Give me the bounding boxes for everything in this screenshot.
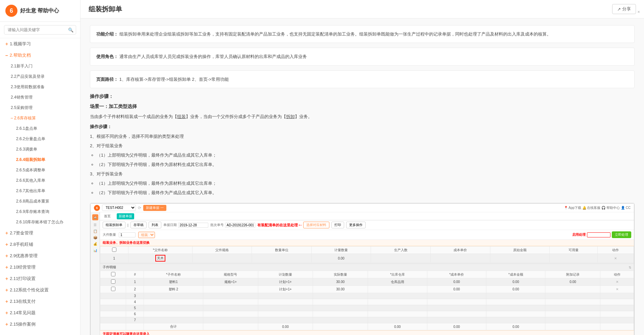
sidebar-item-purchase[interactable]: 2.5采购管理 xyxy=(0,103,80,113)
role-label: 使用角色： xyxy=(96,54,118,59)
fake-qty-input[interactable] xyxy=(119,232,136,237)
fake-date-input[interactable] xyxy=(178,223,208,228)
sidebar-item-other-in[interactable]: 2.6.6其他入库单 xyxy=(0,175,80,186)
sidebar-item-dataprep[interactable]: 2.3使用前数据准备 xyxy=(0,82,80,92)
path-text: 1、库存核算->库存管理->组装拆卸单 2、首页->常用功能 xyxy=(119,77,229,82)
fake-row-action[interactable]: ✕ xyxy=(614,257,617,260)
fake-main-content: 首页 新建单据 ✕ 组装拆卸单 | 存草稿 列表 xyxy=(100,212,634,335)
fake-td-parent-name: 关木 xyxy=(128,254,192,263)
fake-th-measure-qty: 计量数量 xyxy=(311,246,371,254)
sidebar-item-label: 2.10经营管理 xyxy=(10,264,36,270)
fake-annotation4-bar: 组装业务、拆卸业务在这里切换 xyxy=(100,240,634,246)
sidebar-item-coupon[interactable]: + 2.9优惠券管理 xyxy=(0,250,80,262)
sidebar-item-goods-cost[interactable]: 2.6.8商品成本重算 xyxy=(0,196,80,207)
sidebar-item-finance[interactable]: + 2.7资金管理 xyxy=(0,227,80,239)
sidebar-item-payment[interactable]: + 2.13在线支付 xyxy=(0,296,80,307)
sidebar-item-stocktake[interactable]: 2.6.1盘点单 xyxy=(0,123,80,134)
fake-sub-row1-check[interactable] xyxy=(111,279,115,284)
sidebar-item-label: 2.11打印设置 xyxy=(10,276,36,282)
sidebar-item-label: 2.8手机旺铺 xyxy=(10,241,33,247)
sidebar-item-allot[interactable]: 2.6.3调拨单 xyxy=(0,144,80,155)
content-area: 功能介绍： 组装拆卸单用来处理企业组装或拆卸等加工业务，支持有固定装配清单的产品… xyxy=(80,18,644,335)
fake-list-btn[interactable]: 列表 xyxy=(149,222,161,228)
fake-sub-th-cost-amount: *成本金额 xyxy=(486,271,545,278)
fake-sub-th-num: # xyxy=(126,271,144,278)
fake-td-parent-spec xyxy=(192,254,252,263)
sidebar-item-mobile[interactable]: + 2.8手机旺铺 xyxy=(0,239,80,250)
sidebar-item-settings[interactable]: + 2.12系统个性化设置 xyxy=(0,284,80,296)
fake-sub-th-actual-qty: 实际数量 xyxy=(313,271,368,278)
plus-icon: + xyxy=(5,287,8,293)
fake-tab-home[interactable]: 首页 xyxy=(102,213,113,219)
table-row: 3 xyxy=(100,293,634,299)
sidebar-item-split-check[interactable]: 2.6.2分量盘点单 xyxy=(0,134,80,144)
sidebar-item-label: 1.视频学习 xyxy=(10,41,31,47)
fake-td-row-num: 1 xyxy=(100,254,128,263)
fake-sub-row2-check[interactable] xyxy=(111,287,115,291)
fake-sub-expand-icon[interactable]: ⇅ xyxy=(629,266,631,269)
sidebar-item-newbie[interactable]: 2.1新手入门 xyxy=(0,61,80,71)
table-row: 5 xyxy=(100,305,634,311)
fake-footer-actual-total: 0.00 xyxy=(368,323,427,330)
fake-draft-btn[interactable]: 存草稿 xyxy=(130,222,147,228)
sidebar-item-operation[interactable]: + 2.10经营管理 xyxy=(0,262,80,273)
fake-confirm-btn[interactable]: 立即处理 xyxy=(612,231,631,238)
plus-icon: + xyxy=(5,276,8,281)
fake-sub-td-amount1: 0.00 xyxy=(486,278,545,286)
search-input[interactable] xyxy=(4,25,76,35)
fake-sub-th-extra: 附加记录 xyxy=(545,271,600,278)
fake-th-actions: 动作 xyxy=(597,246,634,254)
sidebar-item-video[interactable]: + 1.视频学习 xyxy=(0,38,80,50)
fake-td-cost-price xyxy=(431,254,490,263)
screenshot-container: 6 TEST-H002 ⟳ 新建单据 一 📍 App下载 🔔 在线客服 🎧 帮助… xyxy=(90,203,635,335)
fake-sub-th-select xyxy=(100,271,126,278)
step-2-sub1: （1）上部明细为父件明细，最终作为产成品生成其它入库单； xyxy=(97,151,635,160)
fake-sub-td-num1: 1 xyxy=(126,278,144,286)
fake-left-rail: 🏠 ☰ 📋 📦 💰 📊 xyxy=(91,212,100,335)
step-1: 1、根据不同的业务，选择不同单据的类型来处理 xyxy=(90,132,635,141)
sidebar: 6 好生意 帮助中心 🔍 + 1.视频学习 – 2.帮助文档 2.1新手入门 2… xyxy=(0,0,80,335)
sidebar-item-faq[interactable]: + 2.14常见问题 xyxy=(0,307,80,319)
func-intro-box: 功能介绍： 组装拆卸单用来处理企业组装或拆卸等加工业务，支持有固定装配清单的产品… xyxy=(90,25,635,43)
fake-footer-plan-total: 0.00 xyxy=(258,323,313,330)
fake-select-all[interactable] xyxy=(112,247,116,252)
fake-doc-type-btn[interactable]: 组装拆卸单 xyxy=(103,222,125,228)
sidebar-item-assembly[interactable]: 2.6.4组装拆卸单 xyxy=(0,155,80,165)
share-button[interactable]: ↗ 分享 xyxy=(612,4,636,14)
fake-sub-row1-del[interactable]: ✕ xyxy=(616,280,619,284)
sidebar-item-stock-error[interactable]: 2.6.10库存账本错了怎么办 xyxy=(0,217,80,227)
fake-sub-th-name: *子件名称 xyxy=(144,271,203,278)
sidebar-item-install[interactable]: 2.2产品安装及登录 xyxy=(0,71,80,82)
fake-separator: | xyxy=(127,223,128,227)
sidebar-item-docs[interactable]: – 2.帮助文档 xyxy=(0,50,80,61)
sidebar-item-stock-query[interactable]: 2.6.9库存账本查询 xyxy=(0,207,80,217)
fake-company-select[interactable]: TEST-H002 xyxy=(102,205,136,211)
sidebar-item-cost-adjust[interactable]: 2.6.5成本调整单 xyxy=(0,165,80,175)
fake-sub-td-spec2 xyxy=(203,286,258,293)
fake-sub-td-amount2: 0.00 xyxy=(486,286,545,293)
fake-sub-th-spec: 规格型号 xyxy=(203,271,258,278)
fake-sub-select-all[interactable] xyxy=(111,272,115,276)
fake-sub-td-spec1: 规格+1+ xyxy=(203,278,258,286)
fake-more-btn[interactable]: 更多操作 xyxy=(346,222,366,228)
path-box: 页面路径： 1、库存核算->库存管理->组装拆卸单 2、首页->常用功能 xyxy=(90,70,635,88)
app-logo: 6 xyxy=(5,5,17,17)
sidebar-item-other-out[interactable]: 2.6.7其他出库单 xyxy=(0,186,80,196)
fake-choose-bom-btn[interactable]: 选择对应材料 xyxy=(303,222,329,228)
fake-enable-input[interactable] xyxy=(587,232,610,237)
sidebar-item-inventory[interactable]: – 2.6库存核算 xyxy=(0,113,80,123)
fake-batch-input[interactable] xyxy=(225,223,255,228)
table-row: 7 xyxy=(100,317,634,323)
fake-tab-new-order[interactable]: 新建单据 xyxy=(117,213,134,219)
fake-rail-home[interactable]: 🏠 xyxy=(92,214,98,220)
scene1-desc: 当由多个子件材料组装成一个成品的业务为【组装】业务，当由一个父件拆分成多个子产品… xyxy=(90,112,635,121)
sidebar-item-sales[interactable]: 2.4销售管理 xyxy=(0,92,80,103)
sidebar-item-cases[interactable]: + 2.15操作案例 xyxy=(0,319,80,330)
fake-new-order-btn[interactable]: 新建单据 一 xyxy=(143,205,166,211)
fake-type-select[interactable]: 组装 拆卸 xyxy=(138,232,155,238)
fake-sub-td-actions1: ✕ xyxy=(600,278,634,286)
fake-sub-row2-del[interactable]: ✕ xyxy=(616,287,619,291)
fake-refresh-icon[interactable]: ⟳ xyxy=(138,206,141,210)
sidebar-item-print[interactable]: + 2.11打印设置 xyxy=(0,273,80,284)
fake-print-btn[interactable]: 打印 xyxy=(331,222,344,228)
